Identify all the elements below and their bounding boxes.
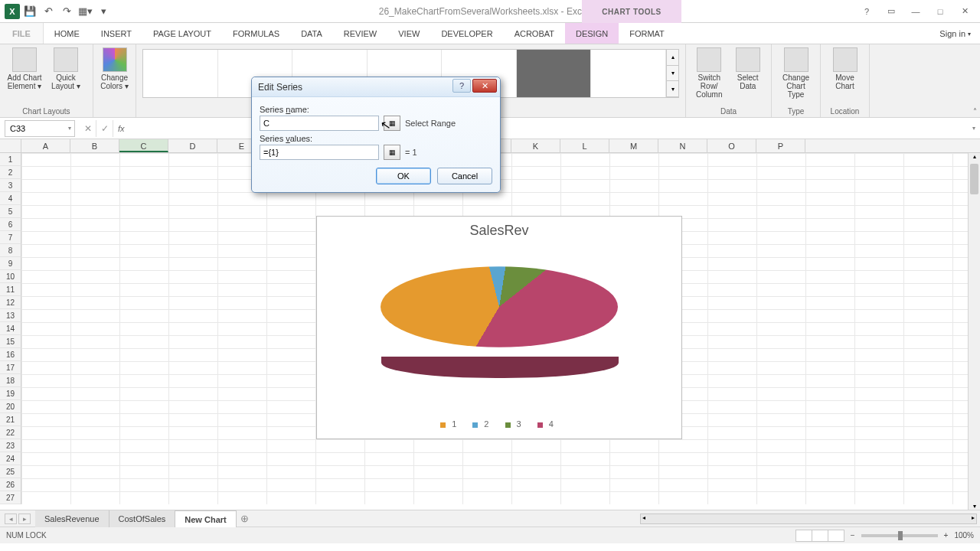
sheet-tab-costofsales[interactable]: CostOfSales xyxy=(109,510,176,527)
col-header[interactable]: D xyxy=(168,139,217,152)
col-header[interactable]: O xyxy=(707,139,756,152)
col-header[interactable]: K xyxy=(511,139,560,152)
series-values-range-picker-icon[interactable]: ▦ xyxy=(384,145,400,160)
series-name-hint: Select Range xyxy=(405,119,456,128)
gallery-more-icon[interactable]: ▾ xyxy=(667,81,678,97)
collapse-ribbon-icon[interactable]: ˄ xyxy=(973,107,977,116)
zoom-slider[interactable] xyxy=(861,534,938,537)
numlock-indicator: NUM LOCK xyxy=(6,531,47,540)
series-values-label: Series values: xyxy=(260,134,492,143)
tab-formulas[interactable]: FORMULAS xyxy=(222,23,290,44)
undo-icon[interactable]: ↶ xyxy=(40,3,57,20)
chart-title[interactable]: SalesRev xyxy=(317,217,681,242)
col-header[interactable]: B xyxy=(70,139,119,152)
horizontal-scrollbar[interactable] xyxy=(253,514,980,524)
sheet-tab-bar: ◂ ▸ SalesRevenue CostOfSales New Chart ⊕ xyxy=(0,510,980,527)
group-data: Data xyxy=(692,106,765,117)
zoom-out-icon[interactable]: − xyxy=(851,531,855,540)
quick-layout-button[interactable]: Quick Layout ▾ xyxy=(47,47,84,90)
tab-data[interactable]: DATA xyxy=(290,23,333,44)
move-chart-button[interactable]: Move Chart xyxy=(827,47,863,90)
group-location: Location xyxy=(827,106,863,117)
tab-home[interactable]: HOME xyxy=(44,23,90,44)
qat-more-icon[interactable]: ▦▾ xyxy=(77,3,93,20)
tab-acrobat[interactable]: ACROBAT xyxy=(504,23,565,44)
pie-3d-side xyxy=(381,357,619,378)
pie-chart-icon[interactable] xyxy=(381,266,618,347)
series-values-input[interactable] xyxy=(260,145,379,160)
switch-row-column-button[interactable]: Switch Row/ Column xyxy=(692,47,727,99)
sheet-tab-new-chart[interactable]: New Chart xyxy=(175,510,236,527)
help-icon[interactable]: ? xyxy=(856,4,877,19)
sheet-nav-last-icon[interactable]: ▸ xyxy=(18,514,31,524)
col-header[interactable]: L xyxy=(560,139,609,152)
vertical-scrollbar[interactable] xyxy=(968,153,980,510)
view-mode-buttons[interactable] xyxy=(796,530,844,542)
zoom-level[interactable]: 100% xyxy=(954,531,974,540)
ok-button[interactable]: OK xyxy=(376,168,431,184)
tab-view[interactable]: VIEW xyxy=(387,23,430,44)
add-sheet-icon[interactable]: ⊕ xyxy=(237,513,253,524)
change-colors-button[interactable]: Change Colors ▾ xyxy=(100,47,129,90)
tab-review[interactable]: REVIEW xyxy=(333,23,387,44)
row-headers: 12 34 56 78 910 1112 1314 1516 1718 1920… xyxy=(0,153,21,504)
col-header[interactable]: C xyxy=(119,139,168,152)
cancel-button[interactable]: Cancel xyxy=(437,168,492,184)
series-name-label: Series name: xyxy=(260,105,492,114)
dialog-titlebar[interactable]: Edit Series ? ✕ xyxy=(252,77,500,97)
quick-access-toolbar: X 💾 ↶ ↷ ▦▾ ▾ xyxy=(0,3,112,20)
col-header[interactable]: M xyxy=(609,139,658,152)
sheet-nav-first-icon[interactable]: ◂ xyxy=(5,514,17,524)
dialog-title: Edit Series xyxy=(258,82,302,93)
status-bar: NUM LOCK − + 100% xyxy=(0,527,980,543)
change-chart-type-button[interactable]: Change Chart Type xyxy=(778,47,814,99)
series-name-range-picker-icon[interactable]: ▦ xyxy=(384,116,400,131)
chart-tools-label: CHART TOOLS xyxy=(582,0,681,23)
tab-developer[interactable]: DEVELOPER xyxy=(430,23,503,44)
expand-formula-bar-icon[interactable]: ▾ xyxy=(968,125,980,132)
group-chart-layouts: Chart Layouts xyxy=(6,106,87,117)
ribbon-options-icon[interactable]: ▭ xyxy=(880,4,902,19)
select-all-corner[interactable] xyxy=(0,139,21,152)
add-chart-element-button[interactable]: Add Chart Element ▾ xyxy=(6,47,43,90)
series-values-hint: = 1 xyxy=(405,148,417,157)
redo-icon[interactable]: ↷ xyxy=(58,3,75,20)
tab-format[interactable]: FORMAT xyxy=(619,23,675,44)
tab-page-layout[interactable]: PAGE LAYOUT xyxy=(142,23,222,44)
col-header[interactable]: N xyxy=(658,139,707,152)
col-header[interactable]: A xyxy=(21,139,70,152)
group-type: Type xyxy=(778,106,814,117)
sheet-tab-salesrevenue[interactable]: SalesRevenue xyxy=(35,510,109,527)
formula-enter-icon[interactable]: ✓ xyxy=(96,120,113,137)
edit-series-dialog: Edit Series ? ✕ Series name: ▦ Select Ra… xyxy=(251,77,501,193)
ribbon-tabs: FILE HOME INSERT PAGE LAYOUT FORMULAS DA… xyxy=(0,23,980,44)
excel-icon: X xyxy=(5,4,20,19)
sign-in-link[interactable]: Sign in xyxy=(939,23,971,44)
tab-design[interactable]: DESIGN xyxy=(565,23,619,44)
qat-customize-icon[interactable]: ▾ xyxy=(95,3,112,20)
dialog-help-icon[interactable]: ? xyxy=(452,79,471,93)
window-title: 26_MakeChartFromSeveralWorksheets.xlsx -… xyxy=(112,6,856,17)
title-bar: X 💾 ↶ ↷ ▦▾ ▾ 26_MakeChartFromSeveralWork… xyxy=(0,0,980,23)
chart-legend[interactable]: 1 2 3 4 xyxy=(317,395,681,429)
name-box[interactable]: C33 xyxy=(5,120,75,137)
save-icon[interactable]: 💾 xyxy=(21,3,38,20)
select-data-button[interactable]: Select Data xyxy=(731,47,766,90)
close-icon[interactable]: ✕ xyxy=(954,4,975,19)
tab-insert[interactable]: INSERT xyxy=(90,23,142,44)
minimize-icon[interactable]: — xyxy=(905,4,926,19)
fx-icon[interactable]: fx xyxy=(113,124,129,133)
series-name-input[interactable] xyxy=(260,116,379,131)
gallery-down-icon[interactable]: ▾ xyxy=(667,66,678,82)
gallery-up-icon[interactable]: ▴ xyxy=(667,50,678,66)
maximize-icon[interactable]: □ xyxy=(929,4,951,19)
zoom-in-icon[interactable]: + xyxy=(944,531,949,540)
worksheet-grid[interactable]: A B C D E F G H I J K L M N O P 12 34 56… xyxy=(0,139,980,510)
tab-file[interactable]: FILE xyxy=(0,23,44,44)
dialog-close-icon[interactable]: ✕ xyxy=(472,79,497,93)
embedded-chart[interactable]: SalesRev 1 2 3 4 xyxy=(316,216,682,439)
formula-cancel-icon[interactable]: ✕ xyxy=(80,120,96,137)
col-header[interactable]: P xyxy=(756,139,805,152)
